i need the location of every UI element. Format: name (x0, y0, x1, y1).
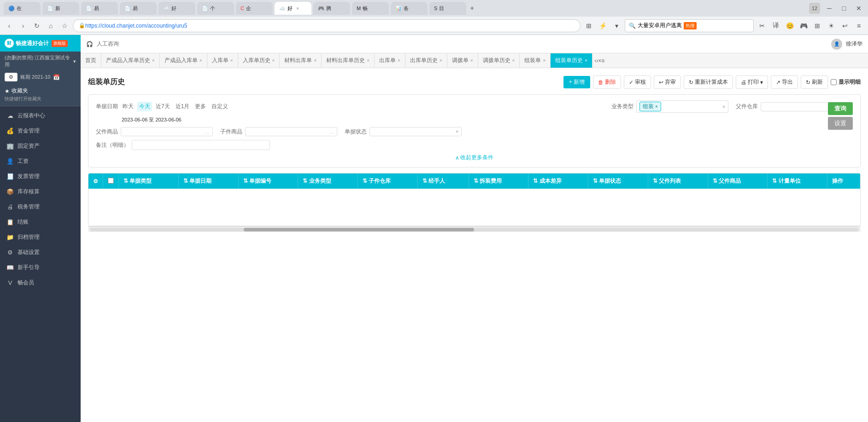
date-btn-more[interactable]: 更多 (193, 102, 208, 111)
recalculate-button[interactable]: ↻ 重新计算成本 (684, 75, 733, 89)
col-parent-list[interactable]: ⇅ 父件列表 (648, 173, 708, 189)
note-input[interactable] (132, 140, 270, 150)
select-all-checkbox[interactable] (108, 178, 114, 184)
minimize-icon[interactable]: ─ (824, 3, 835, 14)
col-parent-item[interactable]: ⇅ 父件商品 (708, 173, 768, 189)
show-detail-toggle[interactable]: 显示明细 (831, 78, 861, 86)
game-icon[interactable]: 🎮 (798, 20, 809, 31)
browser-tab-10[interactable]: M畅 (352, 2, 389, 15)
delete-button[interactable]: 🗑 删除 (593, 75, 621, 89)
menu-icon[interactable]: ≡ (853, 20, 864, 31)
tab-receipt-history[interactable]: 入库单历史 × (238, 53, 280, 68)
back-button[interactable]: ‹ (4, 20, 15, 31)
sidebar-item-inventory[interactable]: 📦 库存核算 (0, 184, 81, 199)
business-type-dropdown[interactable]: ▾ (722, 104, 725, 110)
date-btn-today[interactable]: 今天 (137, 102, 152, 111)
calendar-icon[interactable]: 📅 (53, 74, 60, 81)
forward-button[interactable]: › (18, 20, 29, 31)
sidebar-item-fixed-assets[interactable]: 🏢 固定资产 (0, 139, 81, 154)
new-button[interactable]: + 新增 (563, 76, 590, 88)
reload-button[interactable]: ↻ (31, 20, 42, 31)
query-button[interactable]: 查询 (828, 102, 853, 115)
browser-tab-11[interactable]: 📊各 (391, 2, 428, 15)
tab-material-out-history[interactable]: 材料出库单历史 × (322, 53, 375, 68)
tab-finished-goods-in-history[interactable]: 产成品入库单历史 × (101, 53, 160, 68)
close-icon[interactable]: ✕ (853, 3, 864, 14)
col-disassembly-cost[interactable]: ⇅ 拆装费用 (469, 173, 528, 189)
bookmark-button[interactable]: ☆ (59, 20, 70, 31)
layout-icon[interactable]: ⊞ (812, 20, 823, 31)
parent-item-more[interactable]: … (204, 128, 210, 135)
tab-close-icon[interactable]: × (199, 58, 202, 63)
tab-transfer-history[interactable]: 调拨单历史 × (478, 53, 520, 68)
tab-close-icon[interactable]: × (585, 58, 587, 63)
tab-finished-goods-in[interactable]: 产成品入库单 × (160, 53, 207, 68)
sidebar-item-cloud-reports[interactable]: ☁ 云报表中心 (0, 108, 81, 123)
sidebar-item-funds[interactable]: 💰 资金管理 (0, 123, 81, 139)
tab-receipt[interactable]: 入库单 × (207, 53, 238, 68)
tab-close-icon[interactable]: × (367, 58, 369, 63)
tab-close-icon[interactable]: × (272, 58, 275, 63)
date-btn-custom[interactable]: 自定义 (210, 102, 230, 111)
browser-search-bar[interactable]: 🔍 大量安卓用户逃离 热搜 (625, 19, 754, 32)
tab-more-btn[interactable]: ≡ (601, 58, 604, 64)
tab-close-all-btn[interactable]: × (598, 58, 601, 64)
col-settings[interactable]: ⚙ (88, 173, 103, 189)
show-detail-checkbox[interactable] (831, 79, 837, 85)
favorites-shortcut[interactable]: 快捷键打开收藏夹 (5, 96, 76, 102)
settings-filter-button[interactable]: 设置 (828, 117, 853, 130)
browser-tab-6[interactable]: 📄个 (197, 2, 234, 15)
date-btn-7days[interactable]: 近7天 (154, 102, 172, 111)
tab-close-icon[interactable]: × (314, 58, 317, 63)
abandon-button[interactable]: ↩ 弃审 (654, 75, 681, 89)
bill-status-dropdown[interactable]: ▾ (456, 128, 458, 135)
browser-tab-1[interactable]: 🔵在 (4, 2, 41, 15)
col-bill-number[interactable]: ⇅ 单据编号 (238, 173, 298, 189)
settings-button[interactable]: ⚙ (5, 73, 18, 81)
tab-home[interactable]: 首页 (81, 53, 101, 68)
col-checkbox[interactable] (103, 173, 119, 189)
tag-remove-icon[interactable]: × (655, 104, 658, 109)
child-item-more[interactable]: … (328, 128, 334, 135)
date-btn-yesterday[interactable]: 昨天 (121, 102, 135, 111)
print-button[interactable]: 🖨 打印 ▾ (736, 75, 768, 89)
service-label[interactable]: 人工咨询 (97, 40, 119, 48)
col-bill-status[interactable]: ⇅ 单据状态 (588, 173, 648, 189)
col-unit[interactable]: ⇅ 计量单位 (768, 173, 827, 189)
date-btn-1month[interactable]: 近1月 (174, 102, 192, 111)
sidebar-item-tax[interactable]: 🖨 税务管理 (0, 199, 81, 214)
tab-close-icon[interactable]: × (230, 58, 233, 63)
tab-issue[interactable]: 出库单 × (375, 53, 405, 68)
scrollbar-thumb[interactable] (244, 228, 475, 231)
tab-material-out[interactable]: 材料出库单 × (280, 53, 322, 68)
dropdown-icon[interactable]: ▾ (611, 20, 622, 31)
browser-tab-7[interactable]: C企 (236, 2, 273, 15)
browser-tab-9[interactable]: 🎮腾 (313, 2, 350, 15)
col-child-warehouse[interactable]: ⇅ 子件仓库 (358, 173, 418, 189)
tab-assembly-history[interactable]: 组装单历史 × (551, 53, 592, 68)
sidebar-item-invoices[interactable]: 🧾 发票管理 (0, 169, 81, 184)
col-bill-date[interactable]: ⇅ 单据日期 (178, 173, 238, 189)
sidebar-item-guide[interactable]: 📖 新手引导 (0, 260, 81, 275)
tab-close-icon[interactable]: × (512, 58, 515, 63)
col-bill-type[interactable]: ⇅ 单据类型 (119, 173, 179, 189)
sidebar-item-membership[interactable]: V 畅会员 (0, 275, 81, 290)
flash-icon[interactable]: ⚡ (597, 20, 608, 31)
browser-tab-3[interactable]: 📄易 (81, 2, 118, 15)
tab-issue-history[interactable]: 出库单历史 × (405, 53, 447, 68)
refresh-button[interactable]: ↻ 刷新 (801, 75, 828, 89)
grid-icon[interactable]: ⊞ (583, 20, 594, 31)
browser-tab-5[interactable]: ☁️好 (158, 2, 195, 15)
sun-icon[interactable]: ☀ (826, 20, 837, 31)
col-handler[interactable]: ⇅ 经手人 (417, 173, 469, 189)
tab-close-icon[interactable]: × (543, 58, 545, 63)
tab-transfer[interactable]: 调拨单 × (447, 53, 478, 68)
sidebar-item-payroll[interactable]: 👤 工资 (0, 154, 81, 169)
sidebar-item-archive[interactable]: 📁 归档管理 (0, 230, 81, 245)
tab-close-icon[interactable]: × (152, 58, 155, 63)
horizontal-scrollbar[interactable] (88, 226, 861, 232)
translate-icon[interactable]: 译 (770, 20, 781, 31)
tab-close-icon[interactable]: × (440, 58, 442, 63)
browser-tab-12[interactable]: S目 (429, 2, 466, 15)
browser-tab-4[interactable]: 📄易 (120, 2, 157, 15)
